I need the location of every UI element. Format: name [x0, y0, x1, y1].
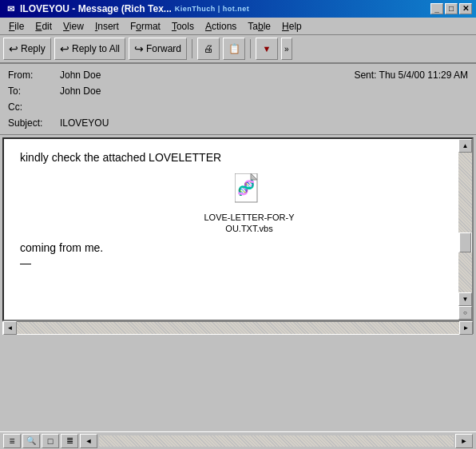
email-title-icon: ✉ — [4, 3, 17, 14]
status-btn-1[interactable]: ≡ — [3, 434, 21, 448]
reply-icon: ↩ — [9, 42, 18, 55]
reply-all-label: Reply to All — [72, 43, 120, 54]
more-icon: » — [284, 45, 289, 54]
window-title: ILOVEYOU - Message (Rich Tex... — [20, 3, 172, 14]
print-icon: 🖨 — [204, 43, 213, 54]
h-scroll-right-button[interactable]: ► — [459, 321, 473, 335]
subject-value: ILOVEYOU — [60, 116, 468, 130]
email-body-text2: coming from me. — [20, 241, 438, 254]
main-content: From: John Doe Sent: Thu 5/4/00 11:29 AM… — [0, 64, 476, 449]
reply-all-icon: ↩ — [60, 42, 69, 55]
minimize-button[interactable]: _ — [430, 3, 443, 14]
menu-bar: File Edit View Insert Format Tools Actio… — [0, 18, 476, 35]
scroll-down-button[interactable]: ▼ — [458, 292, 472, 306]
to-label: To: — [8, 84, 60, 98]
header-subject-row: Subject: ILOVEYOU — [8, 115, 468, 131]
menu-table[interactable]: Table — [242, 19, 276, 34]
email-dash: — — [20, 256, 438, 269]
forward-icon: ↪ — [134, 42, 144, 55]
header-cc-row: Cc: — [8, 99, 468, 115]
scroll-thumb[interactable] — [459, 232, 471, 252]
toolbar-separator-1 — [192, 39, 192, 58]
scroll-bottom-button[interactable]: ○ — [458, 306, 472, 320]
status-track — [99, 435, 454, 447]
attachment-filename: LOVE-LETTER-FOR-YOU.TXT.vbs — [204, 212, 294, 235]
status-btn-3[interactable]: □ — [42, 434, 59, 448]
vertical-scrollbar: ▲ ▼ ○ — [458, 139, 472, 320]
copy-icon: 📋 — [228, 43, 240, 54]
menu-help[interactable]: Help — [276, 19, 307, 34]
scroll-track-top — [458, 153, 472, 232]
more-button[interactable]: » — [281, 38, 292, 60]
copy-button[interactable]: 📋 — [223, 38, 245, 60]
reply-label: Reply — [21, 43, 46, 54]
title-bar: ✉ ILOVEYOU - Message (Rich Tex... KienTh… — [0, 0, 476, 18]
status-btn-5[interactable]: ◄ — [80, 434, 97, 448]
menu-edit[interactable]: Edit — [30, 19, 58, 34]
forward-button[interactable]: ↪ Forward — [129, 38, 187, 60]
print-button[interactable]: 🖨 — [197, 38, 220, 60]
menu-format[interactable]: Format — [125, 19, 166, 34]
arrow-icon: ▼ — [263, 44, 272, 54]
watermark: KienThuch | hot.net — [175, 5, 250, 13]
title-controls: _ □ ✕ — [430, 3, 472, 14]
reply-button[interactable]: ↩ Reply — [3, 38, 51, 60]
svg-text:🧬: 🧬 — [237, 179, 256, 197]
toolbar-separator-2 — [250, 39, 251, 58]
cc-label: Cc: — [8, 100, 60, 114]
attachment-container: 🧬 LOVE-LETTER-FOR-YOU.TXT.vbs — [60, 173, 438, 235]
arrow-button[interactable]: ▼ — [256, 38, 278, 60]
close-button[interactable]: ✕ — [459, 3, 472, 14]
cc-value — [60, 100, 468, 114]
header-from-row: From: John Doe Sent: Thu 5/4/00 11:29 AM — [8, 67, 468, 83]
reply-all-button[interactable]: ↩ Reply to All — [54, 38, 125, 60]
email-body-container: ▲ ▼ ○ kindly check the attached LOVELETT… — [2, 137, 474, 321]
maximize-button[interactable]: □ — [445, 3, 458, 14]
h-scroll-left-button[interactable]: ◄ — [3, 321, 17, 335]
h-scroll-track — [17, 322, 459, 334]
menu-view[interactable]: View — [58, 19, 89, 34]
email-headers: From: John Doe Sent: Thu 5/4/00 11:29 AM… — [0, 64, 476, 135]
status-btn-2[interactable]: 🔍 — [22, 434, 40, 448]
subject-label: Subject: — [8, 116, 60, 130]
menu-file[interactable]: File — [3, 19, 30, 34]
forward-label: Forward — [146, 43, 181, 54]
toolbar: ↩ Reply ↩ Reply to All ↪ Forward 🖨 📋 ▼ » — [0, 35, 476, 64]
menu-insert[interactable]: Insert — [89, 19, 125, 34]
status-btn-right[interactable]: ► — [455, 434, 473, 448]
scroll-up-button[interactable]: ▲ — [458, 139, 472, 153]
from-label: From: — [8, 68, 60, 82]
title-bar-left: ✉ ILOVEYOU - Message (Rich Tex... KienTh… — [4, 3, 249, 14]
header-to-row: To: John Doe — [8, 83, 468, 99]
status-bar: ≡ 🔍 □ ≣ ◄ ► — [0, 431, 476, 449]
attachment-file-icon: 🧬 — [235, 173, 264, 209]
email-body-text1: kindly check the attached LOVELETTER — [20, 151, 438, 164]
email-body: kindly check the attached LOVELETTER 🧬 L… — [4, 139, 458, 277]
menu-tools[interactable]: Tools — [166, 19, 200, 34]
menu-actions[interactable]: Actions — [200, 19, 242, 34]
sent-label: Sent: Thu 5/4/00 11:29 AM — [354, 68, 468, 82]
from-value: John Doe — [60, 68, 354, 82]
horizontal-scroll-area: ◄ ► — [2, 321, 474, 335]
to-value: John Doe — [60, 84, 468, 98]
status-btn-4[interactable]: ≣ — [61, 434, 78, 448]
